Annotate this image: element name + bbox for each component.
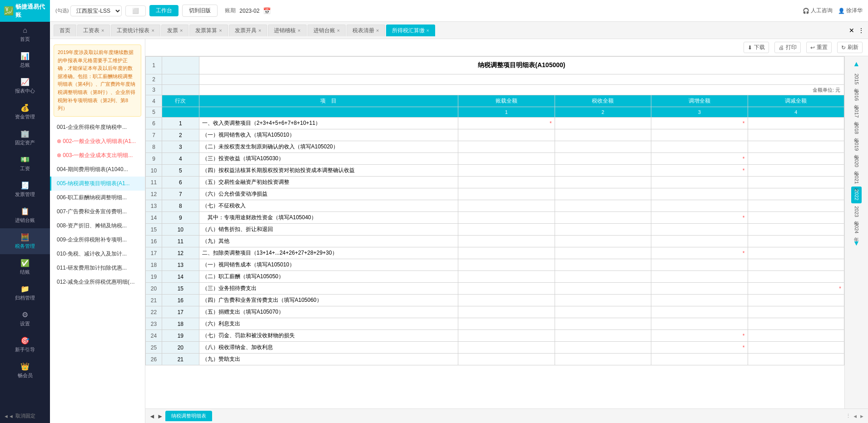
col-f-cell-20[interactable] (748, 354, 844, 365)
col-e-cell-11[interactable]: * (651, 247, 748, 259)
sidebar-item-member[interactable]: 👑畅会员 (0, 358, 50, 384)
col-c-cell-13[interactable] (458, 271, 555, 283)
print-button[interactable]: 🖨 打印 (774, 42, 801, 53)
col-e-cell-18[interactable]: * (651, 330, 748, 342)
col-b-cell-7[interactable]: （七）不征税收入 (199, 200, 458, 212)
col-b-cell-12[interactable]: （一）视同销售成本（填写A105010） (199, 259, 458, 271)
col-f-cell-17[interactable] (748, 318, 844, 330)
col-e-cell-1[interactable] (651, 129, 748, 141)
close-tab-icon[interactable]: ✕ (849, 27, 854, 34)
col-e-cell-15[interactable] (651, 295, 748, 306)
col-d-cell-20[interactable] (555, 354, 651, 365)
sidebar-item-ledger[interactable]: 📊总账 (0, 47, 50, 73)
tab-close-5[interactable]: × (258, 28, 261, 33)
col-c-cell-17[interactable] (458, 318, 555, 330)
copy-button[interactable]: ⬜ (125, 5, 146, 16)
sidebar-item-assets[interactable]: 🏢固定资产 (0, 125, 50, 151)
sidebar-item-home[interactable]: ⌂首页 (0, 22, 50, 47)
old-version-button[interactable]: 切到旧版 (182, 5, 218, 17)
col-c-cell-6[interactable] (458, 188, 555, 200)
col-f-cell-9[interactable] (748, 224, 844, 236)
col-b-cell-0[interactable]: 一、收入类调整项目（2+3+4+5+6+7+8+10+11） (199, 118, 458, 129)
col-f-cell-1[interactable] (748, 129, 844, 141)
col-d-cell-10[interactable] (555, 236, 651, 247)
year-item-2024年[interactable]: 2024年 (851, 220, 862, 236)
form-item-012[interactable]: 012-减免企业所得税优惠明细(… (50, 275, 145, 289)
col-b-cell-19[interactable]: （八）税收滞纳金、加收利息 (199, 342, 458, 354)
tab-9[interactable]: 所得税汇算缴× (386, 25, 435, 36)
col-c-cell-14[interactable] (458, 283, 555, 295)
year-nav-up[interactable]: ▲ (851, 58, 862, 70)
form-item-002[interactable]: 002-一般企业收入明细表(A1... (50, 134, 145, 148)
sidebar-item-settings[interactable]: ⚙设置 (0, 306, 50, 332)
year-item-2023年[interactable]: 2023年 (851, 203, 862, 220)
tab-7[interactable]: 进销台账× (308, 25, 346, 36)
year-item-2017年[interactable]: 2017年 (851, 104, 862, 120)
col-d-cell-12[interactable] (555, 259, 651, 271)
company-selector[interactable]: (勾选) 江西股宝-LSS (55, 5, 122, 16)
col-d-cell-16[interactable] (555, 306, 651, 318)
col-f-cell-12[interactable] (748, 259, 844, 271)
col-c-cell-9[interactable] (458, 224, 555, 236)
year-nav-down[interactable]: ▼ (851, 237, 862, 249)
col-e-cell-16[interactable] (651, 306, 748, 318)
form-item-001[interactable]: 001-企业所得税年度纳税申... (50, 120, 145, 134)
col-b-cell-4[interactable]: （四）按权益法核算长期股权投资对初始投资成本调整确认收益 (199, 165, 458, 177)
col-b-cell-1[interactable]: （一）视同销售收入（填写A105010） (199, 129, 458, 141)
col-e-cell-10[interactable] (651, 236, 748, 247)
col-e-cell-19[interactable]: * (651, 342, 748, 354)
tab-close-9[interactable]: × (427, 28, 429, 33)
sidebar-unpin-button[interactable]: ◄◄ 取消固定 (0, 409, 50, 423)
tab-close-6[interactable]: × (298, 28, 300, 33)
tab-4[interactable]: 发票算算× (189, 25, 228, 36)
col-d-cell-13[interactable] (555, 271, 651, 283)
sidebar-item-guide[interactable]: 🎯新手引导 (0, 332, 50, 358)
col-d-cell-19[interactable] (555, 342, 651, 354)
col-f-cell-14[interactable]: * (748, 283, 844, 295)
tab-8[interactable]: 税表清册× (347, 25, 385, 36)
col-c-cell-8[interactable] (458, 212, 555, 224)
col-d-cell-4[interactable] (555, 165, 651, 177)
tab-2[interactable]: 工资统计报表× (111, 25, 160, 36)
col-b-cell-17[interactable]: （六）利息支出 (199, 318, 458, 330)
col-e-cell-20[interactable] (651, 354, 748, 365)
col-c-cell-11[interactable] (458, 247, 555, 259)
tab-close-1[interactable]: × (101, 28, 104, 33)
col-f-cell-2[interactable] (748, 141, 844, 153)
sidebar-item-tax[interactable]: 🧮税务管理 (0, 228, 50, 254)
col-b-cell-9[interactable]: （八）销售折扣、折让和退回 (199, 224, 458, 236)
sheet-tab-active[interactable]: 纳税调整明细表 (165, 411, 212, 421)
consult-button[interactable]: 🎧 人工咨询 (803, 7, 833, 15)
col-e-cell-14[interactable] (651, 283, 748, 295)
col-e-cell-17[interactable] (651, 318, 748, 330)
col-b-cell-13[interactable]: （二）职工薪酬（填写A105050） (199, 271, 458, 283)
tab-close-8[interactable]: × (376, 28, 379, 33)
form-item-009[interactable]: 009-企业所得税附补专项明... (50, 233, 145, 247)
col-c-cell-15[interactable] (458, 295, 555, 306)
sidebar-item-funds[interactable]: 💰资金管理 (0, 99, 50, 125)
tab-close-2[interactable]: × (151, 28, 154, 33)
col-e-cell-6[interactable] (651, 188, 748, 200)
col-d-cell-2[interactable] (555, 141, 651, 153)
col-f-cell-5[interactable] (748, 177, 844, 188)
col-b-cell-11[interactable]: 二、扣除类调整项目（13+14+...24+26+27+28+29+30） (199, 247, 458, 259)
col-d-cell-17[interactable] (555, 318, 651, 330)
form-item-003[interactable]: 003-一般企业成本支出明细... (50, 148, 145, 162)
tab-3[interactable]: 发票× (161, 25, 188, 36)
col-c-cell-4[interactable] (458, 165, 555, 177)
sidebar-item-close[interactable]: ✅结账 (0, 254, 50, 280)
col-e-cell-3[interactable]: * (651, 153, 748, 165)
sheet-nav-right[interactable]: ► (157, 413, 164, 420)
tab-6[interactable]: 进销稽核× (268, 25, 306, 36)
year-item-2022年[interactable]: 2022年 (851, 187, 862, 203)
tab-1[interactable]: 工资表× (77, 25, 110, 36)
col-d-cell-3[interactable] (555, 153, 651, 165)
sidebar-item-archive[interactable]: 📁归档管理 (0, 280, 50, 306)
col-d-cell-11[interactable] (555, 247, 651, 259)
user-menu[interactable]: 👤 徐泽华 (838, 7, 863, 15)
tab-close-7[interactable]: × (337, 28, 340, 33)
col-f-cell-10[interactable] (748, 236, 844, 247)
col-e-cell-9[interactable] (651, 224, 748, 236)
tab-close-4[interactable]: × (219, 28, 222, 33)
year-item-2019年[interactable]: 2019年 (851, 137, 862, 153)
